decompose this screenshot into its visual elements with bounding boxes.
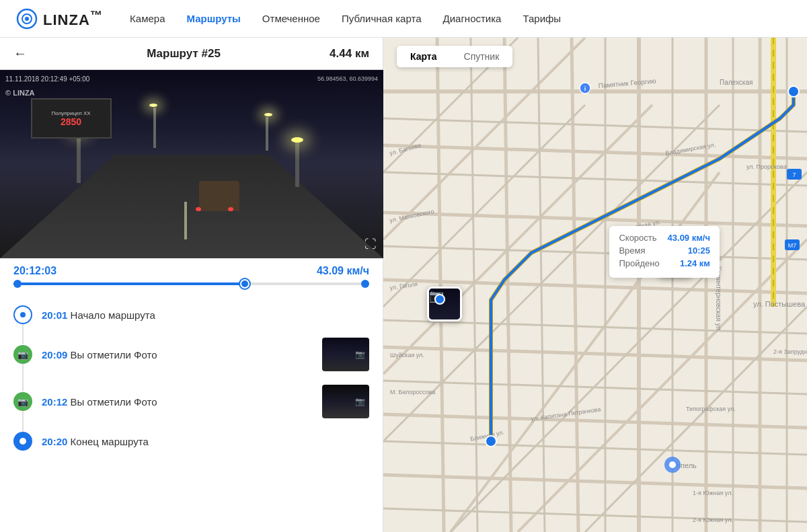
event-icon-end <box>13 432 32 451</box>
map-tab-satellite[interactable]: Спутник <box>451 46 513 67</box>
road <box>0 155 383 258</box>
svg-point-64 <box>788 86 799 97</box>
svg-text:2-я Запрудная ул.: 2-я Запрудная ул. <box>773 348 807 355</box>
progress-dot-end <box>361 280 369 288</box>
nav-public-map[interactable]: Публичная карта <box>342 13 422 24</box>
thumb-cam-icon-2: 📷 <box>355 397 365 406</box>
left-panel: ← Маршрут #25 4.44 км Полуприцеп ХХ 2850 <box>0 38 383 532</box>
tooltip-distance-value: 1.24 км <box>680 258 710 268</box>
tooltip-time-row: Время 10:25 <box>619 245 710 256</box>
svg-text:7: 7 <box>792 172 796 178</box>
progress-fill <box>13 282 245 285</box>
lamp-center <box>153 108 156 148</box>
video-watermark: © LINZA <box>5 89 35 97</box>
tooltip-distance-row: Пройдено 1.24 км <box>619 258 710 268</box>
progress-dot-current[interactable] <box>240 279 249 289</box>
event-text-photo-2: 20:12 Вы отметили Фото <box>42 396 315 408</box>
back-button[interactable]: ← <box>13 46 27 61</box>
route-distance: 4.44 км <box>330 47 369 61</box>
thumb-cam-icon-1: 📷 <box>355 350 365 359</box>
header: LINZA™ Камера Маршруты Отмеченное Публич… <box>0 0 807 38</box>
events-list: 20:01 Начало маршрута 📷 20:09 Вы отметил… <box>0 292 383 532</box>
marker-dot-1 <box>434 294 445 305</box>
road-line <box>184 202 187 239</box>
billboard-price: 2850 <box>61 116 81 127</box>
tooltip-time-value: 10:25 <box>688 245 710 256</box>
nav-camera[interactable]: Камера <box>130 13 165 24</box>
event-text-start: 20:01 Начало маршрута <box>42 309 369 321</box>
map-tooltip: Скорость 43.09 км/ч Время 10:25 Пройдено… <box>609 226 720 278</box>
lamp-right2 <box>266 117 268 151</box>
svg-text:ул. Пророкова: ул. Пророкова <box>746 163 787 170</box>
tooltip-time-label: Время <box>619 245 645 256</box>
event-icon-photo-1: 📷 <box>13 345 32 364</box>
tooltip-distance-label: Пройдено <box>619 258 659 268</box>
event-text-photo-1: 20:09 Вы отметили Фото <box>42 349 315 360</box>
billboard-line1: Полуприцеп ХХ <box>52 110 91 116</box>
nav-marked[interactable]: Отмеченное <box>262 13 320 24</box>
event-thumb-1[interactable]: 📷 <box>322 338 369 371</box>
event-end: 20:20 Конец маршрута <box>13 425 369 457</box>
dashcam-scene: Полуприцеп ХХ 2850 <box>0 70 383 258</box>
event-text-end: 20:20 Конец маршрута <box>42 436 369 447</box>
timestamp-overlay: 11.11.2018 20:12:49 +05:00 <box>5 75 89 83</box>
billboard: Полуприцеп ХХ 2850 <box>31 98 112 139</box>
nav-diagnostics[interactable]: Диагностика <box>443 13 502 24</box>
svg-point-4 <box>20 438 26 445</box>
main-nav: Камера Маршруты Отмеченное Публичная кар… <box>130 13 791 24</box>
svg-text:i: i <box>584 85 586 92</box>
nav-tariffs[interactable]: Тарифы <box>523 13 561 24</box>
map-panel: Карта Спутник <box>383 38 807 532</box>
map-tab-map[interactable]: Карта <box>397 46 451 67</box>
event-photo-2: 📷 20:12 Вы отметили Фото 📷 <box>13 378 369 425</box>
svg-point-2 <box>25 17 29 21</box>
tooltip-speed-value: 43.09 км/ч <box>668 233 710 243</box>
route-header: ← Маршрут #25 4.44 км <box>0 38 383 70</box>
speed-display: 43.09 км/ч <box>317 265 369 277</box>
tooltip-speed-row: Скорость 43.09 км/ч <box>619 233 710 243</box>
coords-overlay: 56.984563, 60.639994 <box>317 75 378 82</box>
nav-routes[interactable]: Маршруты <box>187 13 241 24</box>
logo: LINZA™ <box>16 8 103 30</box>
event-thumb-2[interactable]: 📷 <box>322 385 369 418</box>
end-dot-icon <box>19 437 27 445</box>
svg-text:1-я Южная ул.: 1-я Южная ул. <box>693 490 733 496</box>
svg-point-63 <box>486 436 496 447</box>
main-content: ← Маршрут #25 4.44 км Полуприцеп ХХ 2850 <box>0 38 807 532</box>
event-icon-photo-2: 📷 <box>13 392 32 411</box>
svg-text:2-я Южная ул.: 2-я Южная ул. <box>693 517 733 523</box>
circle-icon <box>20 311 26 318</box>
svg-text:Типографская ул.: Типографская ул. <box>686 406 736 412</box>
map-svg: Памятник Георгию Палехская ул. Багаева В… <box>383 38 807 532</box>
event-photo-1: 📷 20:09 Вы отметили Фото 📷 <box>13 331 369 378</box>
progress-dot-start <box>13 280 22 288</box>
event-start: 20:01 Начало маршрута <box>13 299 369 331</box>
svg-point-3 <box>20 312 26 317</box>
map-background: Памятник Георгию Палехская ул. Багаева В… <box>383 38 807 532</box>
map-tabs: Карта Спутник <box>397 46 512 67</box>
street-light-right <box>295 140 299 187</box>
progress-bar[interactable] <box>13 282 369 285</box>
svg-point-72 <box>669 461 676 468</box>
fullscreen-button[interactable]: ⛶ <box>364 237 377 252</box>
lamp-glow <box>149 104 157 107</box>
logo-text: LINZA™ <box>43 8 103 29</box>
time-display: 20:12:03 <box>13 265 56 277</box>
speed-bar: 20:12:03 43.09 км/ч <box>0 258 383 292</box>
tooltip-speed-label: Скорость <box>619 233 656 243</box>
svg-text:Шуйская ул.: Шуйская ул. <box>390 352 424 358</box>
svg-text:M7: M7 <box>788 242 797 249</box>
svg-text:М. Белороссова: М. Белороссова <box>390 389 435 395</box>
event-icon-start <box>13 305 32 324</box>
svg-text:Палехская: Палехская <box>720 79 753 86</box>
video-area: Полуприцеп ХХ 2850 11.11.2018 20:12:49 +… <box>0 70 383 258</box>
map-marker-photo-1[interactable]: 📷 <box>427 287 462 321</box>
lamp-glow-right2 <box>264 113 272 116</box>
logo-icon <box>16 8 38 30</box>
speed-row: 20:12:03 43.09 км/ч <box>13 265 369 277</box>
svg-text:ул. Постышева: ул. Постышева <box>753 300 806 308</box>
vehicle-lights <box>196 207 233 211</box>
route-title: Маршрут #25 <box>38 47 330 61</box>
